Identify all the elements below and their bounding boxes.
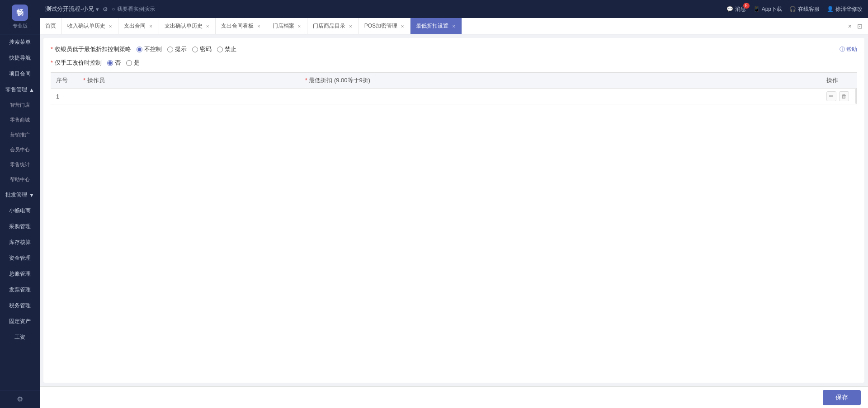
table-body: 1 ✏ 🗑 xyxy=(51,89,857,104)
online-service-button[interactable]: 🎧 在线客服 xyxy=(789,5,820,13)
tab-close-pos-password[interactable]: × xyxy=(400,23,405,29)
tab-close-payment-contract[interactable]: × xyxy=(148,23,153,29)
sidebar-item-fixed-assets[interactable]: 固定资产 xyxy=(0,314,40,329)
tab-expand-button[interactable]: ⊡ xyxy=(855,22,864,31)
message-button[interactable]: 💬 消息 8 xyxy=(726,5,746,13)
sidebar-item-salary[interactable]: 工资 xyxy=(0,329,40,345)
strategy-radio-prompt[interactable] xyxy=(167,47,173,52)
strategy-radio-group: 不控制 提示 密码 禁止 xyxy=(137,45,236,53)
online-service-icon: 🎧 xyxy=(789,6,796,12)
sidebar-item-marketing[interactable]: 营销推广 xyxy=(0,127,40,142)
tab-close-store-files[interactable]: × xyxy=(297,23,302,29)
sidebar-item-ecommerce[interactable]: 小畅电商 xyxy=(0,203,40,219)
sidebar-item-shortcut[interactable]: 快捷导航 xyxy=(0,50,40,66)
app-logo-icon: 畅 xyxy=(12,5,28,21)
help-circle-icon: ⓘ xyxy=(840,46,845,53)
manual-price-option-no[interactable]: 否 xyxy=(107,59,121,67)
tabbar: 首页 收入确认单历史 × 支出合同 × 支出确认单历史 × 支出合同看板 × 门… xyxy=(40,18,868,34)
main-wrapper: 测试分开流程-小兄 ▾ ⚙ ○ 我要看实例演示 💬 消息 8 📱 App下载 🎧… xyxy=(40,0,868,408)
row-delete-button[interactable]: 🗑 xyxy=(839,91,849,101)
sidebar-nav-list: 搜索菜单 快捷导航 项目合同 零售管理 ▲ 智营门店 零售商城 营销推广 会员中… xyxy=(0,34,40,345)
sidebar-item-retail-stats[interactable]: 零售统计 xyxy=(0,157,40,172)
sidebar-item-tax[interactable]: 税务管理 xyxy=(0,298,40,314)
table-container: 序号 * 操作员 * 最低折扣 (9.00等于9折) 操作 xyxy=(51,72,857,104)
sidebar-item-ledger[interactable]: 总账管理 xyxy=(0,266,40,282)
table-scrollbar[interactable] xyxy=(855,89,857,104)
sidebar-item-member-center[interactable]: 会员中心 xyxy=(0,142,40,157)
tab-close-store-products[interactable]: × xyxy=(348,23,353,29)
th-seq: 序号 xyxy=(51,73,78,89)
strategy-radio-forbid[interactable] xyxy=(217,47,223,52)
sidebar-item-finance[interactable]: 资金管理 xyxy=(0,250,40,266)
strategy-radio-none[interactable] xyxy=(137,47,142,52)
app-download-button[interactable]: 📱 App下载 xyxy=(753,5,782,13)
tab-payment-board[interactable]: 支出合同看板 × xyxy=(216,18,267,34)
sidebar-item-inventory[interactable]: 库存核算 xyxy=(0,234,40,250)
topbar-settings-icon[interactable]: ⚙ xyxy=(103,6,108,13)
tab-close-payment-confirm-history[interactable]: × xyxy=(205,23,210,29)
sidebar-item-wholesale[interactable]: 批发管理 ▼ xyxy=(0,187,40,203)
tab-income-history[interactable]: 收入确认单历史 × xyxy=(62,18,118,34)
page-footer: 保存 xyxy=(40,386,868,408)
app-version-label: 专业版 xyxy=(13,23,28,29)
strategy-option-none[interactable]: 不控制 xyxy=(137,45,162,53)
th-actions: 操作 xyxy=(821,73,857,89)
sidebar-logo: 畅 专业版 xyxy=(0,0,40,34)
manual-price-option-yes[interactable]: 是 xyxy=(126,59,140,67)
strategy-label: * 收银员低于最低折扣控制策略 xyxy=(51,45,131,53)
discount-table: 序号 * 操作员 * 最低折扣 (9.00等于9折) 操作 xyxy=(51,72,857,104)
sidebar-item-retail-management[interactable]: 零售管理 ▲ xyxy=(0,82,40,98)
project-name: 测试分开流程-小兄 xyxy=(45,5,94,13)
tab-min-discount[interactable]: 最低折扣设置 × xyxy=(410,18,462,34)
demo-link[interactable]: ○ 我要看实例演示 xyxy=(112,5,155,13)
strategy-required-mark: * xyxy=(51,46,55,52)
sidebar-item-purchase[interactable]: 采购管理 xyxy=(0,219,40,234)
page-content: * 收银员低于最低折扣控制策略 不控制 提示 密码 xyxy=(40,34,868,386)
strategy-form-section: * 收银员低于最低折扣控制策略 不控制 提示 密码 xyxy=(51,45,857,53)
sidebar-item-smart-store[interactable]: 智营门店 xyxy=(0,98,40,113)
message-badge: 8 xyxy=(743,3,750,9)
manual-price-radio-no[interactable] xyxy=(107,60,113,66)
tab-close-min-discount[interactable]: × xyxy=(451,23,456,29)
tab-payment-contract[interactable]: 支出合同 × xyxy=(118,18,159,34)
tab-payment-confirm-history[interactable]: 支出确认单历史 × xyxy=(159,18,216,34)
strategy-radio-password[interactable] xyxy=(192,47,198,52)
expand-arrow-icon: ▲ xyxy=(29,87,34,93)
cell-actions: ✏ 🗑 xyxy=(821,89,857,104)
strategy-option-prompt[interactable]: 提示 xyxy=(167,45,187,53)
tab-close-payment-board[interactable]: × xyxy=(256,23,261,29)
tab-close-all-button[interactable]: × xyxy=(846,22,854,31)
help-link[interactable]: ⓘ 帮助 xyxy=(840,46,857,53)
tabbar-controls: × ⊡ xyxy=(843,22,868,31)
strategy-option-password[interactable]: 密码 xyxy=(192,45,212,53)
tab-pos-password[interactable]: POS加密管理 × xyxy=(359,18,411,34)
tab-store-products[interactable]: 门店商品目录 × xyxy=(307,18,359,34)
project-selector[interactable]: 测试分开流程-小兄 ▾ xyxy=(45,5,99,13)
user-profile-button[interactable]: 👤 徐泽华修改 xyxy=(827,5,863,13)
cell-seq: 1 xyxy=(51,89,78,104)
strategy-option-forbid[interactable]: 禁止 xyxy=(217,45,236,53)
sidebar-item-retail-mall[interactable]: 零售商城 xyxy=(0,113,40,127)
manual-price-form-section: * 仅手工改价时控制 否 是 xyxy=(51,59,857,67)
tab-store-files[interactable]: 门店档案 × xyxy=(267,18,307,34)
th-operator: * 操作员 xyxy=(78,73,300,89)
sidebar-item-project-contract[interactable]: 项目合同 xyxy=(0,66,40,82)
topbar: 测试分开流程-小兄 ▾ ⚙ ○ 我要看实例演示 💬 消息 8 📱 App下载 🎧… xyxy=(40,0,868,18)
topbar-left: 测试分开流程-小兄 ▾ ⚙ ○ 我要看实例演示 xyxy=(45,5,155,13)
table-header: 序号 * 操作员 * 最低折扣 (9.00等于9折) 操作 xyxy=(51,73,857,89)
save-button[interactable]: 保存 xyxy=(823,390,861,405)
sidebar-item-search[interactable]: 搜索菜单 xyxy=(0,34,40,50)
wholesale-arrow-icon: ▼ xyxy=(29,192,34,198)
user-avatar-icon: 👤 xyxy=(827,6,834,12)
message-icon: 💬 xyxy=(726,6,733,12)
sidebar-item-help-center[interactable]: 帮助中心 xyxy=(0,172,40,187)
manual-price-radio-yes[interactable] xyxy=(126,60,132,66)
row-edit-button[interactable]: ✏ xyxy=(826,91,836,101)
app-download-icon: 📱 xyxy=(753,6,760,12)
sidebar-settings[interactable]: ⚙ xyxy=(0,390,40,408)
content-panel: * 收银员低于最低折扣控制策略 不控制 提示 密码 xyxy=(43,38,864,383)
sidebar-item-invoice[interactable]: 发票管理 xyxy=(0,282,40,298)
tab-home[interactable]: 首页 xyxy=(40,18,62,34)
settings-icon[interactable]: ⚙ xyxy=(17,395,23,403)
tab-close-income-history[interactable]: × xyxy=(108,23,113,29)
